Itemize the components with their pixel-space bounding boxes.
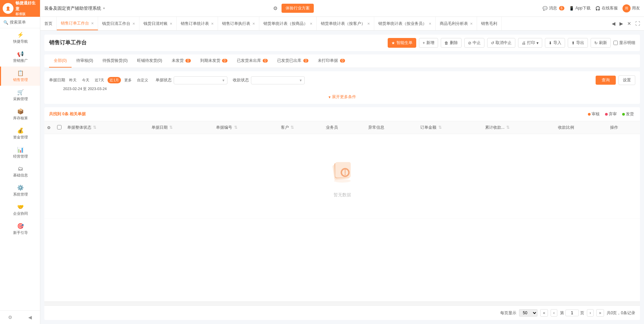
date-shortcut-more[interactable]: 更多 [122,77,134,83]
tab-sales-stat-staff[interactable]: 销货单统计表（按业务员） ✕ [374,17,436,30]
user-btn[interactable]: 用 用友 [622,4,640,12]
filter-tab-not-printed[interactable]: 未打印单据 0 [313,54,350,68]
show-detail-checkbox-label[interactable]: 显示明细 [613,40,635,46]
col-settings[interactable]: ⚙ [44,121,54,134]
filter-tab-shipped-out[interactable]: 已发货已出库 0 [272,54,313,68]
tab-label: 销售订单执行表 [222,21,250,27]
filter-tab-pending-review[interactable]: 待审核(0) [72,54,98,68]
sidebar-item-basic-info[interactable]: 🗂 基础信息 [0,162,40,181]
sidebar-item-marketing[interactable]: 📢 营销推广 [0,47,40,67]
topbar-gear-icon[interactable]: ⚙ [273,5,277,11]
filter-tab-not-shipped[interactable]: 未发货 0 [167,54,196,68]
date-shortcut-today[interactable]: 今天 [80,77,91,83]
sidebar-item-operations[interactable]: 📊 经营管理 [0,143,40,162]
show-detail-checkbox[interactable] [613,41,618,45]
message-btn[interactable]: 💬 消息 6 [543,5,564,11]
sort-icon[interactable]: ⇅ [291,125,294,130]
filter-tab-wangpu-ship[interactable]: 旺铺待发货(0) [132,54,167,68]
sidebar-item-purchase[interactable]: 🛒 采购管理 [0,86,40,105]
tab-close-icon[interactable]: ✕ [470,22,473,26]
date-shortcut-1month[interactable]: 近1月 [108,77,121,83]
sidebar-item-quick-nav[interactable]: ⚡ 快捷导航 [0,28,40,47]
tab-prev-btn[interactable]: ◀ [610,20,617,27]
col-status-label: 单据整体状态 [67,125,91,130]
sidebar-collapse-btn[interactable]: ◀ [27,313,33,321]
per-page-select[interactable]: 50 100 200 [519,309,538,317]
date-shortcut-custom[interactable]: 自定义 [135,77,150,83]
tab-cash-reconcile[interactable]: 钱货日清对账 ✕ [139,17,177,30]
filter-tab-shipped-not-out[interactable]: 已发货未出库 0 [232,54,273,68]
import-button[interactable]: ⬇ 导入 [545,38,565,48]
export-button[interactable]: ⬆ 导出 [568,38,588,48]
delete-button[interactable]: 🗑 删除 [441,38,462,48]
sidebar-item-enterprise[interactable]: 🤝 企业协同 [0,200,40,219]
tab-sales-exec[interactable]: 销售订单执行表 ✕ [218,17,259,30]
tab-close-icon[interactable]: ✕ [170,22,172,26]
pagination-last-btn[interactable]: » [596,309,604,317]
pagination-prev-btn[interactable]: ‹ [551,309,557,317]
select-all-checkbox[interactable] [57,125,61,129]
tab-close-icon[interactable]: ✕ [252,22,255,26]
pagination-next-btn[interactable]: › [587,309,594,317]
tab-sales-stat-product[interactable]: 销货单统计表（按商品） ✕ [259,17,317,30]
tab-sales-stat[interactable]: 销售订单统计表 ✕ [177,17,218,30]
sidebar-item-guide[interactable]: 🎯 新手引导 [0,219,40,239]
sidebar-item-inventory[interactable]: 📦 库存核算 [0,105,40,124]
sort-icon[interactable]: ⇅ [169,125,173,130]
stop-icon: ⊘ [468,41,471,45]
filter-tab-all[interactable]: 全部(0) [49,54,72,68]
sort-icon[interactable]: ⇅ [506,125,510,130]
tab-close-all-btn[interactable]: ✕ [626,20,633,27]
expand-button[interactable]: ▾ 展开更多条件 [329,94,356,100]
sidebar-settings-btn[interactable]: ⚙ [7,313,14,321]
review-btn[interactable]: 审核 [587,111,601,118]
tab-maximize-btn[interactable]: ⛶ [634,20,641,27]
tab-sales-profit[interactable]: 销售毛利 [477,17,502,30]
sort-icon[interactable]: ⇅ [438,125,442,130]
tab-close-icon[interactable]: ✕ [91,22,94,25]
tab-close-icon[interactable]: ✕ [367,22,370,26]
payment-select[interactable]: ▾ [251,76,305,84]
tab-close-icon[interactable]: ✕ [132,22,135,26]
add-button[interactable]: + 新增 [419,38,438,48]
tab-next-btn[interactable]: ▶ [618,20,625,27]
tab-sales-stat-customer[interactable]: 销货单统计表（按客户） ✕ [317,17,374,30]
cancel-stop-button[interactable]: ↺ 取消中止 [487,38,515,48]
tab-sales-workbench[interactable]: 销售订单工作台 ✕ [57,17,98,30]
tab-close-icon[interactable]: ✕ [211,22,214,26]
sort-icon[interactable]: ⇅ [234,125,238,130]
print-button[interactable]: 🖨 打印 ▾ [518,38,542,48]
sidebar-item-system[interactable]: ⚙️ 系统管理 [0,181,40,200]
col-check[interactable] [54,121,65,134]
filter-tab-overdue-not-shipped[interactable]: 到期未发货 0 [196,54,232,68]
query-button[interactable]: 查询 [596,76,616,85]
date-shortcut-7days[interactable]: 近7天 [93,77,106,83]
topbar-title: 装备及固定资产辅助管理系统 ▾ [44,5,273,11]
tab-cash-daily[interactable]: 钱货日清工作台 ✕ [98,17,139,30]
online-service-btn[interactable]: 🎧 在线客服 [595,5,618,11]
sidebar-item-sales[interactable]: 📋 销售管理 [0,67,40,86]
page-input[interactable]: 1 [565,310,579,316]
filter-tab-pending-inspect[interactable]: 待拣货验货(0) [98,54,132,68]
sidebar-item-finance[interactable]: 💰 资金管理 [0,124,40,143]
pagination-first-btn[interactable]: « [540,309,548,317]
status-select[interactable]: ▾ [174,76,227,84]
solution-button[interactable]: 体验行业方案 [282,4,314,13]
tab-close-icon[interactable]: ✕ [310,22,312,26]
tab-goods-margin[interactable]: 商品毛利分析表 ✕ [436,17,477,30]
sort-icon[interactable]: ⇅ [93,125,96,130]
setting-button[interactable]: 设置 [618,75,635,85]
sidebar-item-search[interactable]: 🔍 搜索菜单 [0,17,40,28]
add-label: 新增 [426,40,434,46]
tab-home[interactable]: 首页 [40,17,57,30]
date-shortcut-yesterday[interactable]: 昨天 [67,77,79,83]
refresh-button[interactable]: ↻ 刷新 [591,38,611,48]
topbar-dropdown-icon[interactable]: ▾ [103,6,105,10]
unreview-btn[interactable]: 弃审 [604,111,618,118]
smart-btn[interactable]: ★ 智能生单 [388,38,416,48]
horizontal-scrollbar[interactable] [44,301,640,306]
stop-button[interactable]: ⊘ 中止 [464,38,484,48]
app-download-btn[interactable]: 📱 App下载 [569,5,591,11]
tab-close-icon[interactable]: ✕ [429,22,431,26]
ship-btn[interactable]: 发货 [621,111,635,118]
